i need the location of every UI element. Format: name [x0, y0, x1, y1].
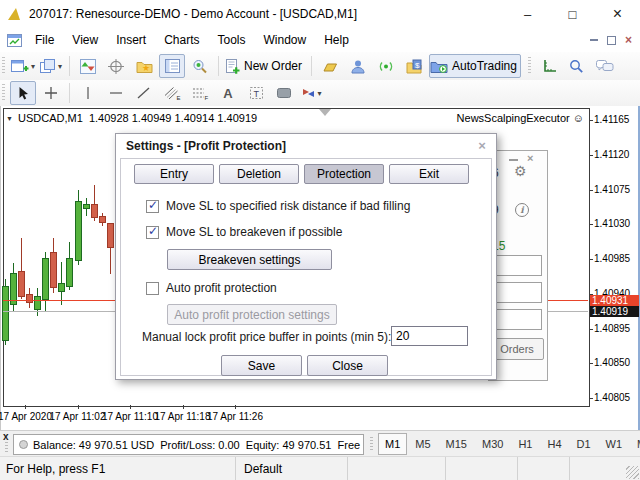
- menu-item-help[interactable]: Help: [315, 33, 358, 47]
- menu-item-file[interactable]: File: [26, 33, 63, 47]
- breakeven-settings-button[interactable]: Breakeven settings: [167, 249, 332, 270]
- toolbar-grip[interactable]: [2, 57, 5, 75]
- candle-body-up: [83, 204, 90, 209]
- breakeven-checkbox[interactable]: [146, 226, 159, 239]
- auto-profit-checkbox[interactable]: [146, 282, 159, 295]
- equidistant-channel-button[interactable]: E: [159, 81, 185, 105]
- menu-item-charts[interactable]: Charts: [155, 33, 208, 47]
- candle-body-down: [18, 271, 25, 297]
- svg-text:$: $: [415, 60, 420, 69]
- terminal-grip[interactable]: [5, 442, 8, 454]
- shapes-button[interactable]: [271, 81, 297, 105]
- text-button[interactable]: A: [215, 81, 241, 105]
- svg-text:E: E: [176, 95, 180, 101]
- dialog-tab-entry[interactable]: Entry: [134, 164, 214, 184]
- candle-body-up: [58, 283, 65, 292]
- close-button[interactable]: ×: [595, 0, 640, 28]
- statusbar-help: For Help, press F1: [0, 457, 236, 480]
- auto-profit-settings-button[interactable]: Auto profit protection settings: [167, 304, 337, 325]
- maximize-button[interactable]: □: [550, 0, 595, 28]
- dialog-close-icon[interactable]: ×: [474, 138, 490, 154]
- crosshair-button[interactable]: [38, 81, 64, 105]
- info-icon[interactable]: i: [515, 203, 529, 217]
- fibonacci-button[interactable]: F: [187, 81, 213, 105]
- minimize-button[interactable]: –: [505, 0, 550, 28]
- market-watch-icon: [80, 59, 96, 74]
- text-label-button[interactable]: T: [243, 81, 269, 105]
- ea-panel-input[interactable]: [490, 255, 542, 276]
- horizontal-line-button[interactable]: [103, 81, 129, 105]
- mdi-close-icon[interactable]: ×: [625, 35, 632, 45]
- buffer-input[interactable]: [391, 326, 468, 346]
- profiles-icon: [40, 59, 56, 74]
- metaeditor-button[interactable]: [317, 54, 343, 78]
- save-button[interactable]: Save: [221, 355, 302, 376]
- chat-icon: [596, 59, 614, 73]
- profiles-button[interactable]: ▾: [38, 54, 64, 78]
- timeframe-toolbar-grip[interactable]: [370, 437, 373, 451]
- market-button[interactable]: $: [401, 54, 427, 78]
- timeframe-w1[interactable]: W1: [599, 433, 630, 455]
- risk-checkbox[interactable]: [146, 200, 159, 213]
- statusbar-cell: [518, 457, 570, 480]
- timeframe-m1[interactable]: M1: [378, 433, 407, 455]
- ea-panel-input[interactable]: [490, 282, 542, 303]
- timeframe-d1[interactable]: D1: [570, 433, 598, 455]
- candle-body-down: [26, 294, 33, 303]
- market-watch-button[interactable]: [75, 54, 101, 78]
- dialog-tab-exit[interactable]: Exit: [389, 164, 469, 184]
- timeframe-h1[interactable]: H1: [511, 433, 539, 455]
- gear-icon[interactable]: ⚙: [514, 163, 527, 179]
- resize-grip-icon[interactable]: [626, 466, 639, 479]
- cursor-button[interactable]: [10, 81, 36, 105]
- terminal-list-icon: [165, 59, 180, 73]
- new-chart-button[interactable]: ▾: [10, 54, 36, 78]
- ea-panel-input[interactable]: [490, 309, 542, 330]
- strategy-tester-button[interactable]: [187, 54, 213, 78]
- vertical-line-button[interactable]: [75, 81, 101, 105]
- svg-text:F: F: [204, 95, 208, 101]
- dialog-close-button[interactable]: Close: [307, 355, 388, 376]
- terminal-button[interactable]: [159, 54, 185, 78]
- navigator-button[interactable]: ★: [131, 54, 157, 78]
- horizontal-line-icon: [109, 88, 123, 98]
- mdi-minimize-icon[interactable]: [590, 39, 598, 41]
- candle-body-down: [107, 223, 114, 248]
- terminal-close-icon[interactable]: x: [3, 431, 9, 442]
- menu-item-window[interactable]: Window: [255, 33, 316, 47]
- chart-axes-button[interactable]: [536, 54, 562, 78]
- chat-button[interactable]: [592, 54, 618, 78]
- timeframe-mn[interactable]: MN: [630, 433, 640, 455]
- dialog-tab-deletion[interactable]: Deletion: [219, 164, 299, 184]
- signals-button[interactable]: [373, 54, 399, 78]
- timeframe-m15[interactable]: M15: [439, 433, 474, 455]
- menubar: FileViewInsertChartsToolsWindowHelp ×: [0, 28, 640, 52]
- buffer-label: Manual lock profit price buffer in point…: [142, 330, 391, 344]
- timeframe-m5[interactable]: M5: [408, 433, 437, 455]
- toolbar-separator: [311, 56, 312, 76]
- ea-panel-minimize-icon[interactable]: [509, 159, 518, 161]
- toolbar-grip[interactable]: [528, 57, 531, 75]
- timeframe-m30[interactable]: M30: [475, 433, 510, 455]
- mdi-restore-icon[interactable]: [607, 36, 616, 45]
- menu-item-view[interactable]: View: [63, 33, 107, 47]
- menu-item-insert[interactable]: Insert: [107, 33, 155, 47]
- dialog-tab-protection[interactable]: Protection: [304, 164, 384, 184]
- statusbar-profile[interactable]: Default: [236, 457, 348, 480]
- arrows-button[interactable]: ▾: [299, 81, 325, 105]
- chart-window-icon: [7, 34, 22, 47]
- data-window-button[interactable]: [103, 54, 129, 78]
- orders-button[interactable]: Orders: [490, 338, 544, 360]
- autotrading-button[interactable]: AutoTrading: [429, 54, 521, 78]
- toolbar-grip[interactable]: [2, 84, 5, 102]
- menu-item-tools[interactable]: Tools: [209, 33, 255, 47]
- timeframe-h4[interactable]: H4: [540, 433, 568, 455]
- settings-dialog: Settings - [Profit Protection] × EntryDe…: [115, 133, 497, 380]
- ea-panel-close-icon[interactable]: ×: [527, 152, 533, 164]
- new-order-button[interactable]: New Order: [224, 54, 306, 78]
- search-button[interactable]: [564, 54, 590, 78]
- mt4-window: 207017: Renesource-DEMO - Demo Account -…: [0, 0, 640, 480]
- axes-icon: [541, 59, 557, 74]
- trendline-button[interactable]: [131, 81, 157, 105]
- mql5-community-button[interactable]: [345, 54, 371, 78]
